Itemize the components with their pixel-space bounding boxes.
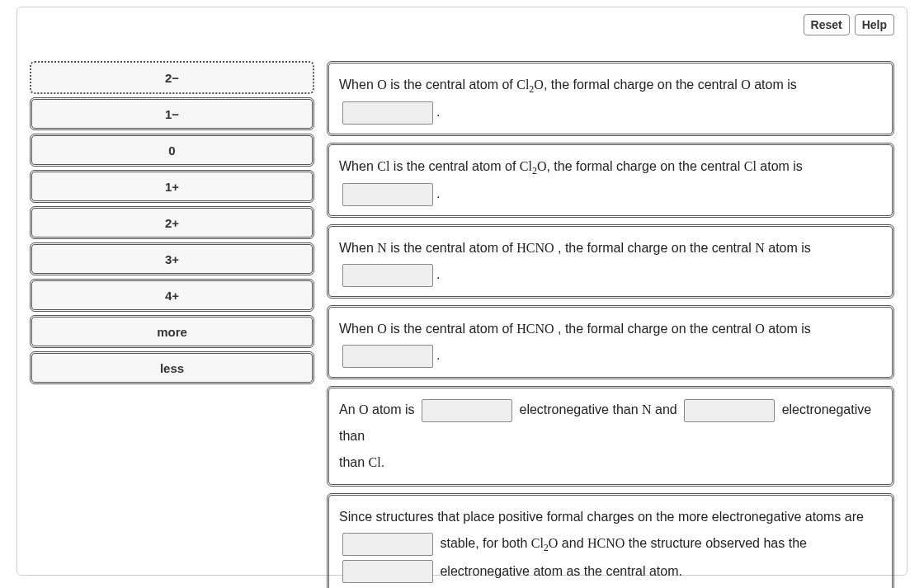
text: .	[436, 267, 440, 281]
statement-3: When N is the central atom of HCNO , the…	[327, 224, 894, 299]
text: .	[436, 186, 440, 200]
text: .	[436, 348, 440, 362]
statement-1: When O is the central atom of Cl2O, the …	[327, 61, 894, 136]
dropzone[interactable]	[422, 399, 512, 422]
dropzone[interactable]	[684, 399, 775, 422]
answer-chip[interactable]: 2−	[30, 61, 314, 94]
statement-2: When Cl is the central atom of Cl2O, the…	[327, 143, 894, 218]
atom: O	[377, 78, 387, 92]
dropzone[interactable]	[342, 533, 433, 556]
text: When	[339, 159, 377, 173]
main-layout: 2− 1− 0 1+ 2+ 3+ 4+ more less When O is …	[30, 61, 894, 588]
toolbar: Reset Help	[804, 14, 894, 35]
text: Since structures that place positive for…	[339, 510, 864, 524]
text: electronegative atom as the central atom…	[436, 564, 682, 578]
answer-bank: 2− 1− 0 1+ 2+ 3+ 4+ more less	[30, 61, 314, 588]
text: , the formal charge on the central	[554, 241, 756, 255]
atom: N	[755, 241, 765, 255]
answer-chip[interactable]: 1−	[30, 97, 314, 130]
statement-4: When O is the central atom of HCNO , the…	[327, 305, 894, 379]
answer-chip[interactable]: 1+	[30, 170, 314, 203]
text: .	[381, 455, 384, 469]
text: atom is	[369, 402, 418, 416]
atom: Cl	[369, 455, 381, 469]
answer-chip[interactable]: more	[30, 315, 314, 348]
atom: O	[377, 322, 387, 336]
formula: Cl2O	[520, 159, 547, 173]
text: the structure observed has the	[625, 536, 807, 550]
formula: HCNO	[516, 241, 554, 255]
formula: HCNO	[587, 536, 625, 550]
atom: Cl	[744, 159, 757, 173]
text: An	[339, 402, 359, 416]
formula: HCNO	[516, 322, 554, 336]
text: When	[339, 78, 377, 92]
text: and	[652, 402, 681, 416]
dropzone[interactable]	[342, 183, 433, 206]
text: When	[339, 322, 377, 336]
answer-chip[interactable]: 0	[30, 134, 314, 167]
atom: O	[741, 78, 751, 92]
formula: Cl2O	[531, 536, 559, 550]
atom: Cl	[377, 159, 389, 173]
text: atom is	[765, 241, 811, 255]
dropzone[interactable]	[342, 264, 433, 287]
atom: N	[642, 402, 652, 416]
dropzone[interactable]	[342, 345, 433, 368]
reset-button[interactable]: Reset	[804, 14, 850, 35]
text: , the formal charge on the central	[544, 78, 741, 92]
text: When	[339, 241, 377, 255]
atom: O	[755, 322, 765, 336]
text: is the central atom of	[387, 78, 516, 92]
text: is the central atom of	[389, 159, 519, 173]
statement-5: An O atom is electronegative than N and …	[327, 386, 894, 487]
statements-column: When O is the central atom of Cl2O, the …	[327, 61, 894, 588]
formula: Cl2O	[516, 78, 544, 92]
text: , the formal charge on the central	[546, 159, 743, 173]
text: stable, for both	[436, 536, 531, 550]
atom: O	[359, 402, 369, 416]
dropzone[interactable]	[342, 560, 433, 583]
text: than	[339, 455, 369, 469]
text: is the central atom of	[387, 322, 516, 336]
text: is the central atom of	[387, 241, 516, 255]
text: electronegative than	[516, 402, 642, 416]
answer-chip[interactable]: 3+	[30, 242, 314, 275]
statement-6: Since structures that place positive for…	[327, 493, 894, 588]
answer-chip[interactable]: 4+	[30, 279, 314, 312]
text: .	[436, 105, 440, 119]
help-button[interactable]: Help	[855, 14, 894, 35]
text: , the formal charge on the central	[554, 322, 756, 336]
answer-chip[interactable]: 2+	[30, 206, 314, 239]
dropzone[interactable]	[342, 101, 433, 125]
text: atom is	[751, 78, 797, 92]
text: atom is	[765, 322, 811, 336]
atom: N	[377, 241, 387, 255]
answer-chip[interactable]: less	[30, 351, 314, 384]
text: and	[558, 536, 587, 550]
exercise-panel: Reset Help 2− 1− 0 1+ 2+ 3+ 4+ more less…	[16, 7, 908, 576]
text: atom is	[757, 159, 803, 173]
